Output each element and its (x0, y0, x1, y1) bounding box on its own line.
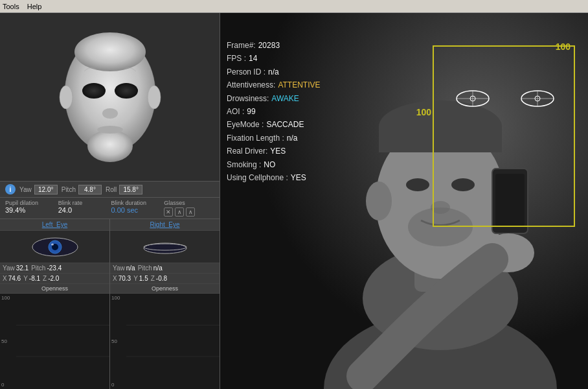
right-x-label: X (113, 275, 117, 282)
fps-line: FPS : 14 (227, 52, 321, 65)
left-chart-canvas (16, 294, 109, 389)
left-eye-angles: Yaw 32.1 Pitch -23.4 (0, 263, 109, 274)
blink-rate-cell: Blink rate 24.0 (58, 200, 109, 217)
svg-point-12 (51, 243, 54, 245)
right-pitch-label: Pitch (138, 265, 152, 272)
blink-duration-value: 0.00 sec (111, 206, 162, 214)
left-yaw-val: 32.1 (16, 265, 28, 272)
svg-point-4 (115, 83, 138, 99)
blink-duration-label: Blink duration (111, 200, 162, 206)
drowsiness-value: AWAKE (271, 92, 299, 105)
blink-rate-value: 24.0 (58, 206, 109, 214)
glasses-icon-3: ∧ (186, 207, 195, 217)
menu-help[interactable]: Help (27, 3, 42, 10)
right-eye-angles: Yaw n/a Pitch n/a (110, 263, 220, 274)
attentiveness-value: ATTENTIVE (278, 78, 320, 91)
left-z-label: Z (43, 275, 47, 282)
left-x-val: 74.6 (8, 275, 21, 282)
left-pitch-label: Pitch (31, 265, 45, 272)
person-id-line: Person ID : n/a (227, 65, 321, 78)
pupil-dilation-value: 39.4% (5, 206, 56, 214)
frame-value: 20283 (258, 39, 280, 52)
real-driver-label: Real Driver: (227, 145, 267, 158)
drowsiness-line: Drowsiness: AWAKE (227, 92, 321, 105)
eyemode-value: SACCADE (266, 118, 304, 131)
left-yaw-label: Yaw (3, 265, 15, 272)
right-openness-chart: 100 50 0 (110, 294, 220, 389)
right-eye-coords: X 70.3 Y 1.5 Z -0.8 (110, 274, 220, 284)
glasses-icons: ✕ ∧ ∧ (164, 207, 214, 217)
person-id-label: Person ID : (227, 65, 266, 78)
person-id-value: n/a (268, 65, 279, 78)
smoking-label: Smoking : (227, 158, 261, 171)
cellphone-line: Using Cellphone : YES (227, 171, 321, 184)
drowsiness-label: Drowsiness: (227, 92, 269, 105)
attentiveness-line: Attentiveness: ATTENTIVE (227, 78, 321, 91)
yaw-label: Yaw (19, 186, 32, 193)
right-eye-title: Right_Eye (110, 219, 220, 231)
left-x-label: X (3, 275, 7, 282)
left-openness-svg (16, 294, 109, 389)
svg-point-8 (148, 86, 161, 109)
svg-point-7 (60, 86, 73, 109)
svg-point-2 (87, 130, 133, 162)
svg-point-33 (366, 182, 392, 220)
face-area (0, 13, 220, 182)
right-eye-panel: Right_Eye Yaw n/a Pitch n/a (110, 219, 220, 389)
real-driver-value: YES (270, 145, 286, 158)
metrics-row: Pupil dilation 39.4% Blink rate 24.0 Bli… (0, 198, 220, 219)
yaw-value: 12.0° (34, 185, 58, 194)
detection-score-tl: 100 (416, 107, 431, 117)
right-panel: Frame#: 20283 FPS : 14 Person ID : n/a A… (220, 13, 588, 389)
svg-rect-19 (126, 294, 220, 389)
real-driver-line: Real Driver: YES (227, 145, 321, 158)
cellphone-label: Using Cellphone : (227, 171, 288, 184)
attentiveness-label: Attentiveness: (227, 78, 275, 91)
svg-point-1 (74, 32, 146, 71)
fixation-value: n/a (287, 132, 298, 145)
right-chart-labels: 100 50 0 (110, 294, 126, 389)
left-openness-panel: Openness 100 50 0 (0, 284, 109, 389)
right-x-val: 70.3 (119, 275, 131, 282)
detection-score-tr: 100 (556, 41, 571, 52)
frame-label: Frame#: (227, 39, 256, 52)
right-openness-panel: Openness 100 50 0 (110, 284, 220, 389)
menu-tools[interactable]: Tools (3, 3, 19, 10)
fps-label: FPS : (227, 52, 246, 65)
pitch-label: Pitch (62, 186, 76, 193)
right-y-label: Y (133, 275, 138, 282)
svg-point-5 (102, 108, 118, 119)
blink-duration-cell: Blink duration 0.00 sec (111, 200, 162, 217)
pitch-group: Pitch 4.8° (62, 185, 102, 194)
aoi-line: AOI : 99 (227, 105, 321, 118)
right-yaw-label: Yaw (113, 265, 125, 272)
info-icon: i (5, 184, 16, 194)
svg-point-30 (406, 178, 429, 191)
eye-tracking-overlay (440, 86, 570, 112)
left-openness-title: Openness (0, 284, 109, 294)
fps-value: 14 (249, 52, 257, 65)
right-z-val: -0.8 (156, 275, 167, 282)
right-eye-visual (110, 231, 220, 263)
right-eye-svg (139, 234, 191, 260)
face-3d-model (52, 26, 168, 169)
stats-bar: i Yaw 12.0° Pitch 4.8° Roll 15.8° (0, 182, 220, 198)
right-chart-canvas (126, 294, 220, 389)
eyemode-label: EyeMode : (227, 118, 264, 131)
right-pitch-val: n/a (153, 265, 163, 272)
glasses-label: Glasses (164, 200, 214, 206)
glasses-icon-2: ∧ (175, 207, 184, 217)
main-layout: i Yaw 12.0° Pitch 4.8° Roll 15.8° Pupil … (0, 13, 588, 389)
cellphone-value: YES (291, 171, 306, 184)
glasses-icon-1: ✕ (164, 207, 173, 217)
left-eye-panel: Left_Eye Yaw 32.1 P (0, 219, 110, 389)
left-chart-labels: 100 50 0 (0, 294, 16, 389)
fixation-line: Fixation Length : n/a (227, 132, 321, 145)
pitch-value: 4.8° (78, 185, 102, 194)
right-yaw-val: n/a (126, 265, 135, 272)
right-openness-title: Openness (110, 284, 220, 294)
glasses-cell: Glasses ✕ ∧ ∧ (164, 200, 214, 217)
fixation-label: Fixation Length : (227, 132, 284, 145)
eyemode-line: EyeMode : SACCADE (227, 118, 321, 131)
left-eye-coords: X 74.6 Y -8.1 Z -2.0 (0, 274, 109, 284)
